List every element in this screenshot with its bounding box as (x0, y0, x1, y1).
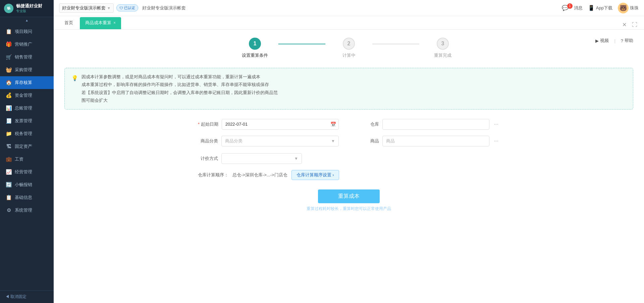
step-1: 1 设置重算条件 (231, 38, 278, 58)
warehouse-order-row: 仓库计算顺序： 总仓->深圳仓库->...->门店仓 仓库计算顺序设置 › (198, 170, 500, 180)
step-1-label: 设置重算条件 (242, 52, 268, 58)
unpin-label: ◀ 取消固定 (5, 294, 26, 300)
product-more-btn[interactable]: ··· (493, 138, 500, 144)
sidebar-item-marketing[interactable]: 🎁 营销推广 (0, 38, 54, 51)
account-selector[interactable]: 好业财专业版演示帐套 ▼ (59, 3, 114, 13)
sidebar-item-label: 总账管理 (15, 105, 32, 111)
shield-icon: 🛡 (119, 6, 123, 10)
warehouse-order-label: 仓库计算顺序： (198, 172, 228, 178)
user-action[interactable]: 🐻 珠珠 (618, 3, 639, 13)
topbar: 好业财专业版演示帐套 ▼ 🛡 已认证 好业财专业版演示帐套 💬 1 消息 📱 A… (54, 0, 644, 16)
tab-home-label: 首页 (64, 20, 73, 25)
message-label: 消息 (574, 5, 583, 11)
sidebar-item-project[interactable]: 📋 项目顾问 (0, 25, 54, 38)
sidebar-item-label: 工资 (15, 156, 23, 162)
start-date-field: 📅 (222, 119, 339, 130)
pricing-select[interactable]: ▼ (221, 153, 302, 164)
product-select[interactable]: 商品 (382, 136, 489, 146)
sidebar-scroll-up[interactable]: ▲ (0, 17, 54, 24)
warehouse-label: 仓库 (359, 121, 379, 127)
user-name: 珠珠 (630, 5, 639, 11)
info-line-3: 若【系统设置】中启用了自动调整记账日期时，会调整入库单的整单记账日期，因此重新计… (82, 89, 278, 96)
sidebar: 畅 畅捷通好业财 专业版 ▲ 📋 项目顾问 🎁 营销推广 🛒 销售管理 🧺 采购… (0, 0, 54, 303)
video-label: 视频 (600, 38, 609, 44)
sidebar-item-finance[interactable]: 💰 资金管理 (0, 89, 54, 102)
help-link[interactable]: ? 帮助 (621, 38, 633, 44)
pricing-label: 计价方式 (198, 156, 218, 162)
sidebar-item-label: 销售管理 (15, 54, 32, 60)
tab-expand-btn[interactable]: ⛶ (631, 20, 639, 29)
info-box: 💡 因成本计算参数调整，或是对商品成本有疑问时，可以通过成本重算功能，重新计算一… (64, 68, 633, 110)
main-area: 好业财专业版演示帐套 ▼ 🛡 已认证 好业财专业版演示帐套 💬 1 消息 📱 A… (54, 0, 644, 303)
info-light-icon: 💡 (71, 74, 78, 104)
sidebar-item-label: 资金管理 (15, 92, 32, 98)
warehouse-more-btn[interactable]: ··· (493, 121, 500, 127)
help-label: 帮助 (625, 38, 633, 44)
step-3-circle: 3 (437, 38, 449, 50)
question-icon: ? (621, 38, 623, 43)
step-2-label: 计算中 (342, 52, 356, 58)
warehouse-select[interactable] (382, 119, 489, 130)
app-download-action[interactable]: 📱 App下载 (588, 5, 612, 11)
sidebar-item-sales[interactable]: 🛒 销售管理 (0, 51, 54, 63)
category-label: 商品分类 (198, 138, 218, 144)
sidebar-item-assets[interactable]: 🏗 固定资产 (0, 140, 54, 153)
sidebar-item-label: 税务管理 (15, 131, 32, 137)
sidebar-item-label: 营销推广 (15, 41, 32, 47)
submit-hint: 重算过程耗时较长，重算时您可以正常使用产品 (64, 206, 633, 212)
sidebar-item-system[interactable]: ⚙ 系统管理 (0, 204, 54, 217)
topbar-account-display: 好业财专业版演示帐套 (142, 5, 186, 11)
sidebar-item-inventory[interactable]: 🏠 库存核算 (0, 76, 54, 89)
sidebar-title: 畅捷通好业财 (16, 3, 42, 9)
video-help[interactable]: ▶ 视频 (595, 38, 609, 44)
sidebar-nav: 📋 项目顾问 🎁 营销推广 🛒 销售管理 🧺 采购管理 🏠 库存核算 💰 资金管… (0, 24, 54, 290)
sidebar-item-salary[interactable]: 💼 工资 (0, 153, 54, 166)
message-action[interactable]: 💬 1 消息 (562, 5, 583, 11)
warehouse-order-btn[interactable]: 仓库计算顺序设置 › (291, 170, 339, 180)
sidebar-unpin[interactable]: ◀ 取消固定 (0, 290, 54, 303)
category-row: 商品分类 商品分类 ▼ (198, 136, 339, 146)
tab-recalc[interactable]: 商品成本重算 × (80, 17, 121, 29)
tabs-right-actions: ✕ ⛶ (621, 20, 639, 29)
start-date-input[interactable] (222, 119, 339, 130)
step-2-circle: 2 (343, 38, 355, 50)
calendar-icon[interactable]: 📅 (330, 122, 336, 127)
submit-area: 重算成本 重算过程耗时较长，重算时您可以正常使用产品 (64, 189, 633, 212)
sidebar-item-purchase[interactable]: 🧺 采购管理 (0, 63, 54, 76)
tab-close-icon[interactable]: × (113, 20, 116, 25)
sidebar-item-expense[interactable]: 🔄 小畅报销 (0, 178, 54, 191)
operations-icon: 📈 (5, 169, 12, 175)
category-select[interactable]: 商品分类 ▼ (221, 136, 339, 146)
product-placeholder: 商品 (386, 138, 395, 144)
stepper: 1 设置重算条件 2 计算中 3 重算完成 (64, 38, 633, 58)
pricing-arrow-icon: ▼ (294, 156, 298, 161)
app-download-label: App下载 (596, 5, 612, 11)
sidebar-item-tax[interactable]: 📁 税务管理 (0, 127, 54, 140)
start-date-row: 起始日期 📅 (198, 119, 339, 130)
project-icon: 📋 (5, 29, 12, 35)
accounting-icon: 📊 (5, 105, 12, 111)
expense-icon: 🔄 (5, 182, 12, 188)
tab-close-btn[interactable]: ✕ (621, 20, 628, 29)
sidebar-item-label: 基础信息 (15, 194, 32, 201)
sidebar-item-label: 采购管理 (15, 67, 32, 73)
step-line-1 (278, 44, 325, 44)
invoice-icon: 🧾 (5, 118, 12, 124)
sidebar-item-invoice[interactable]: 🧾 发票管理 (0, 115, 54, 127)
assets-icon: 🏗 (5, 143, 12, 149)
sidebar-item-accounting[interactable]: 📊 总账管理 (0, 102, 54, 115)
finance-icon: 💰 (5, 92, 12, 98)
info-line-1: 因成本计算参数调整，或是对商品成本有疑问时，可以通过成本重算功能，重新计算一遍成… (82, 73, 278, 81)
sidebar-item-basic[interactable]: 📋 基础信息 (0, 191, 54, 204)
tabs-bar: 首页 商品成本重算 × ✕ ⛶ (54, 16, 644, 30)
phone-icon: 📱 (588, 5, 595, 11)
sidebar-item-operations[interactable]: 📈 经营管理 (0, 166, 54, 178)
topbar-actions: 💬 1 消息 📱 App下载 🐻 珠珠 (562, 3, 639, 13)
account-dropdown-icon: ▼ (107, 6, 111, 10)
tab-home[interactable]: 首页 (59, 17, 78, 29)
recalc-btn[interactable]: 重算成本 (318, 189, 380, 203)
marketing-icon: 🎁 (5, 41, 12, 47)
sidebar-subtitle: 专业版 (16, 9, 42, 13)
warehouse-order-value: 总仓->深圳仓库->...->门店仓 (232, 172, 287, 178)
sidebar-header: 畅 畅捷通好业财 专业版 (0, 0, 54, 17)
